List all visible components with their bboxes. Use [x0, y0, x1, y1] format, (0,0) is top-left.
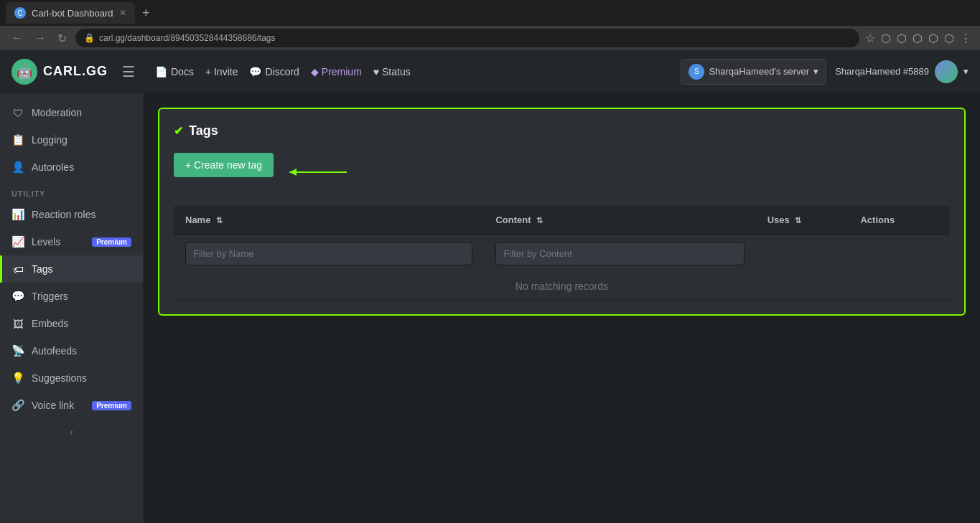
user-chevron-icon: ▾	[963, 66, 969, 77]
levels-label: Levels	[32, 236, 60, 248]
person-icon: 👤	[11, 161, 24, 174]
collapse-icon: ‹	[70, 426, 73, 438]
tags-label: Tags	[32, 263, 53, 275]
status-label: ♥ Status	[373, 66, 411, 77]
autoroles-label: Autoroles	[32, 161, 74, 173]
browser-chrome: C Carl-bot Dashboard ✕ + ← → ↻ 🔒 carl.gg…	[0, 0, 980, 50]
col-uses-label: Uses	[767, 215, 790, 225]
brand-name: CARL.GG	[43, 64, 108, 79]
active-tab[interactable]: C Carl-bot Dashboard ✕	[6, 2, 135, 24]
discord-link[interactable]: 💬 Discord	[249, 66, 299, 77]
moderation-label: Moderation	[32, 107, 82, 118]
voice-link-premium-badge: Premium	[92, 401, 131, 410]
extension-icon-3[interactable]: ⬡	[913, 32, 923, 45]
avatar	[935, 60, 958, 83]
toolbar-icons: ☆ ⬡ ⬡ ⬡ ⬡ ⬡ ⋮	[865, 32, 971, 45]
sidebar-collapse-button[interactable]: ‹	[0, 419, 143, 445]
filter-name-input[interactable]	[185, 242, 472, 265]
docs-icon: 📄	[155, 66, 167, 77]
reaction-icon: 📊	[11, 208, 24, 221]
voice-icon: 🔗	[11, 399, 24, 412]
discord-icon: 💬	[249, 66, 261, 77]
close-tab-button[interactable]: ✕	[119, 8, 126, 18]
main-layout: 🛡 Moderation 📋 Logging 👤 Autoroles UTILI…	[0, 93, 980, 523]
triggers-label: Triggers	[32, 291, 68, 302]
extension-icon-1[interactable]: ⬡	[881, 32, 891, 45]
favicon: C	[14, 7, 26, 19]
svg-marker-1	[289, 169, 297, 176]
sidebar-item-levels[interactable]: 📈 Levels Premium	[0, 228, 143, 255]
sidebar-item-autofeeds[interactable]: 📡 Autofeeds	[0, 337, 143, 364]
docs-link[interactable]: 📄 Docs	[155, 66, 194, 77]
arrow-annotation	[282, 166, 347, 178]
docs-label: Docs	[171, 66, 194, 77]
sidebar-item-autoroles[interactable]: 👤 Autoroles	[0, 154, 143, 181]
server-name: SharqaHameed's server	[709, 66, 809, 77]
create-new-tag-button[interactable]: + Create new tag	[174, 153, 274, 177]
filter-uses-cell	[756, 235, 849, 273]
embeds-label: Embeds	[32, 318, 68, 329]
invite-link[interactable]: + Invite	[205, 66, 238, 77]
brand-logo: 🤖	[11, 59, 37, 85]
no-records-cell: No matching records	[174, 273, 950, 300]
navbar-right: S SharqaHameed's server ▾ SharqaHameed #…	[681, 59, 969, 85]
premium-link[interactable]: ◆ Premium	[311, 66, 362, 77]
sidebar-item-triggers[interactable]: 💬 Triggers	[0, 283, 143, 310]
sidebar-item-logging[interactable]: 📋 Logging	[0, 126, 143, 154]
extension-icon-2[interactable]: ⬡	[897, 32, 907, 45]
col-header-actions: Actions	[849, 206, 950, 235]
content-area: ✔ Tags + Create new tag	[144, 93, 980, 523]
filter-content-input[interactable]	[495, 242, 744, 265]
address-text: carl.gg/dashboard/894503528444358686/tag…	[99, 33, 276, 43]
col-header-uses[interactable]: Uses ⇅	[756, 206, 849, 235]
tab-bar: C Carl-bot Dashboard ✕ +	[0, 0, 980, 26]
new-tab-button[interactable]: +	[138, 6, 154, 21]
sort-uses-icon: ⇅	[795, 216, 801, 225]
filter-name-cell	[174, 235, 484, 273]
back-button[interactable]: ←	[9, 30, 26, 46]
sidebar-item-moderation[interactable]: 🛡 Moderation	[0, 99, 143, 126]
status-link[interactable]: ♥ Status	[373, 66, 411, 77]
sidebar-item-embeds[interactable]: 🖼 Embeds	[0, 310, 143, 337]
tag-icon: 🏷	[11, 263, 24, 275]
extension-icon-5[interactable]: ⬡	[944, 32, 954, 45]
forward-button[interactable]: →	[32, 30, 49, 46]
title-text: Tags	[189, 123, 218, 138]
suggestions-icon: 💡	[11, 372, 24, 385]
col-header-name[interactable]: Name ⇅	[174, 206, 484, 235]
refresh-button[interactable]: ↻	[55, 30, 70, 47]
shield-icon: 🛡	[11, 106, 24, 119]
menu-button[interactable]: ⋮	[960, 32, 971, 45]
logging-label: Logging	[32, 134, 67, 146]
log-icon: 📋	[11, 133, 24, 146]
filter-row	[174, 235, 950, 273]
sidebar-item-tags[interactable]: 🏷 Tags	[0, 255, 143, 283]
create-row: + Create new tag	[174, 153, 950, 192]
reaction-roles-label: Reaction roles	[32, 209, 96, 220]
sort-name-icon: ⇅	[216, 216, 223, 225]
extension-icon-4[interactable]: ⬡	[928, 32, 938, 45]
address-bar: ← → ↻ 🔒 carl.gg/dashboard/89450352844435…	[0, 26, 980, 50]
username: SharqaHameed #5889	[835, 66, 929, 77]
levels-premium-badge: Premium	[92, 237, 131, 247]
autofeeds-label: Autofeeds	[32, 345, 77, 357]
invite-label: + Invite	[205, 66, 238, 77]
address-input[interactable]: 🔒 carl.gg/dashboard/894503528444358686/t…	[75, 29, 859, 47]
sidebar-item-suggestions[interactable]: 💡 Suggestions	[0, 364, 143, 392]
no-records-row: No matching records	[174, 273, 950, 300]
levels-icon: 📈	[11, 235, 24, 248]
user-info[interactable]: SharqaHameed #5889 ▾	[835, 60, 969, 83]
utility-section-header: UTILITY	[0, 184, 143, 201]
bookmark-icon[interactable]: ☆	[865, 32, 875, 45]
sidebar-item-reaction-roles[interactable]: 📊 Reaction roles	[0, 201, 143, 228]
arrow-svg	[282, 166, 347, 178]
lock-icon: 🔒	[84, 33, 95, 43]
col-header-content[interactable]: Content ⇅	[484, 206, 755, 235]
sidebar-item-voice-link[interactable]: 🔗 Voice link Premium	[0, 392, 143, 419]
autofeeds-icon: 📡	[11, 344, 24, 357]
chevron-down-icon: ▾	[813, 66, 818, 77]
page-title: ✔ Tags	[174, 123, 950, 138]
server-select[interactable]: S SharqaHameed's server ▾	[681, 59, 826, 85]
hamburger-button[interactable]: ☰	[122, 63, 135, 80]
table-header-row: Name ⇅ Content ⇅ Uses ⇅ Actions	[174, 206, 950, 235]
